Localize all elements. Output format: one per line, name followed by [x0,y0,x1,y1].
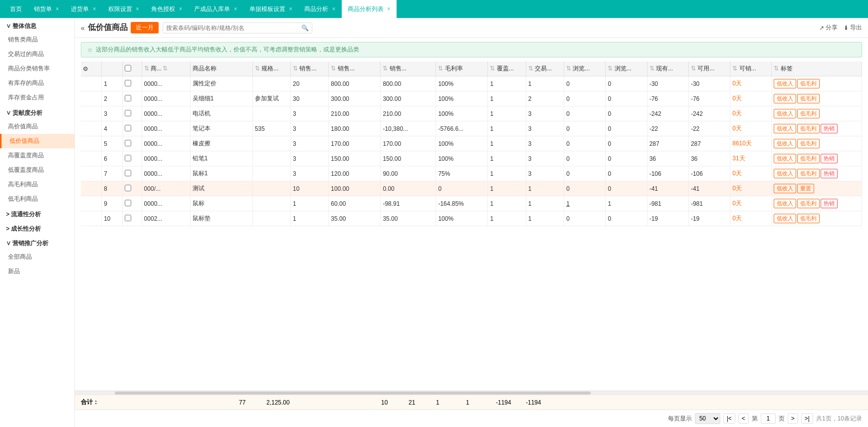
sidebar-item-category-rate[interactable]: 商品分类销售率 [0,61,74,76]
nav-permission[interactable]: 权限设置 × [102,0,145,18]
row-checkbox[interactable] [125,125,131,131]
th-view1[interactable]: ⇅ 浏览... [564,61,606,76]
collapse-sidebar-btn[interactable]: « [81,24,85,32]
sidebar-item-low-value[interactable]: 低价值商品 [0,134,74,148]
th-trade[interactable]: ⇅ 交易... [526,61,564,76]
footer-usable: -1194 [526,399,556,406]
sidebar-item-inventory-goods[interactable]: 有库存的商品 [0,76,74,90]
th-view2[interactable]: ⇅ 浏览... [606,61,647,76]
table-row: 3 0000... 电话机 3 210.00 210.00 100% 1 3 0… [81,106,862,121]
th-tags[interactable]: ⇅ 标签 [772,61,862,76]
th-checkbox[interactable] [122,61,142,76]
th-gear[interactable]: ⚙ [81,61,102,76]
nav-purchase[interactable]: 进货单 × [65,0,102,18]
sidebar-group-overview[interactable]: ∨ 整体信息 [0,18,74,32]
td-num: 9 [102,196,123,211]
row-checkbox[interactable] [125,185,131,191]
th-current[interactable]: ⇅ 现有... [647,61,688,76]
nav-analysis[interactable]: 商品分析 × [298,0,341,18]
td-checkbox[interactable] [122,106,142,121]
sidebar-item-capital[interactable]: 库存资金占用 [0,90,74,105]
close-icon[interactable]: × [289,5,292,12]
page-size-select[interactable]: 50 100 200 [695,413,720,424]
last-page-btn[interactable]: >| [801,414,813,424]
prev-page-btn[interactable]: < [738,414,749,424]
view1-link[interactable]: 1 [566,200,570,207]
th-name[interactable]: 商品名称 [190,61,252,76]
sidebar-group-marketing[interactable]: ∨ 营销推广分析 [0,235,74,250]
sidebar-item-high-value[interactable]: 高价值商品 [0,119,74,134]
sidebar-item-high-margin[interactable]: 高毛利商品 [0,177,74,192]
th-spec[interactable]: ⇅ 规格... [252,61,290,76]
td-gear [81,91,102,106]
row-checkbox[interactable] [125,110,131,116]
sort-icon: ⇅ [383,65,388,72]
close-icon[interactable]: × [55,5,59,12]
close-icon[interactable]: × [387,5,391,12]
close-icon[interactable]: × [234,5,237,12]
th-sale-qty[interactable]: ⇅ 销售... [290,61,328,76]
close-icon[interactable]: × [332,5,336,12]
row-checkbox[interactable] [125,95,131,101]
total-info: 共1页，10条记录 [816,415,862,423]
row-checkbox[interactable] [125,215,131,221]
close-icon[interactable]: × [93,5,96,12]
sidebar-item-sales-goods[interactable]: 销售类商品 [0,32,74,47]
sidebar-item-all-goods[interactable]: 全部商品 [0,250,74,264]
th-gross-margin[interactable]: ⇅ 毛利率 [436,61,488,76]
next-page-btn[interactable]: > [788,414,798,424]
nav-home[interactable]: 首页 [4,0,28,18]
sidebar-item-traded-goods[interactable]: 交易过的商品 [0,47,74,61]
td-checkbox[interactable] [122,196,142,211]
td-sale-price: 60.00 [329,196,381,211]
sidebar-group-growth[interactable]: > 成长性分析 [0,221,74,235]
td-gear [81,211,102,226]
export-btn[interactable]: ⬇ 导出 [844,23,862,32]
sidebar-item-low-margin[interactable]: 低毛利商品 [0,192,74,206]
td-coverage: 1 [488,151,526,166]
td-checkbox[interactable] [122,166,142,181]
nav-inventory[interactable]: 产成品入库单 × [188,0,243,18]
share-btn[interactable]: ↗ 分享 [819,23,838,32]
scrollbar-thumb[interactable] [115,392,591,395]
td-checkbox[interactable] [122,91,142,106]
td-checkbox[interactable] [122,151,142,166]
filter-recent-month-btn[interactable]: 近一月 [131,22,159,33]
row-checkbox[interactable] [125,140,131,146]
td-checkbox[interactable] [122,121,142,136]
nav-template[interactable]: 单据模板设置 × [243,0,298,18]
select-all-checkbox[interactable] [125,65,131,71]
sidebar-item-new-goods[interactable]: 新品 [0,264,74,279]
sidebar-group-contribution[interactable]: ∨ 贡献度分析 [0,105,74,119]
th-code[interactable]: ⇅ 商...⇅ [142,61,190,76]
search-input[interactable] [166,24,299,31]
row-checkbox[interactable] [125,170,131,176]
first-page-btn[interactable]: |< [723,414,735,424]
th-saleable[interactable]: ⇅ 可销... [730,61,772,76]
nav-sales[interactable]: 销货单 × [28,0,65,18]
td-coverage: 1 [488,211,526,226]
td-name: 测试 [190,181,252,196]
nav-role[interactable]: 角色授权 × [145,0,188,18]
td-checkbox[interactable] [122,181,142,196]
close-icon[interactable]: × [179,5,182,12]
sidebar-item-high-coverage[interactable]: 高覆盖度商品 [0,148,74,163]
row-checkbox[interactable] [125,155,131,161]
close-icon[interactable]: × [136,5,139,12]
page-input[interactable] [761,414,776,424]
search-icon[interactable]: 🔍 [301,24,309,31]
th-usable[interactable]: ⇅ 可用... [688,61,730,76]
th-sale-amount[interactable]: ⇅ 销售... [381,61,436,76]
sidebar-item-low-coverage[interactable]: 低覆盖度商品 [0,163,74,177]
nav-analysis-list[interactable]: 商品分析列表 × [342,0,397,18]
row-checkbox[interactable] [125,200,131,206]
td-checkbox[interactable] [122,76,142,91]
th-coverage[interactable]: ⇅ 覆盖... [488,61,526,76]
table-row: 7 0000... 鼠标1 3 120.00 90.00 75% 1 3 0 0… [81,166,862,181]
td-checkbox[interactable] [122,211,142,226]
th-sale-price[interactable]: ⇅ 销售... [329,61,381,76]
horizontal-scrollbar[interactable] [75,391,868,395]
row-checkbox[interactable] [125,80,131,86]
sidebar-group-liquidity[interactable]: > 流通性分析 [0,206,74,221]
td-checkbox[interactable] [122,136,142,151]
